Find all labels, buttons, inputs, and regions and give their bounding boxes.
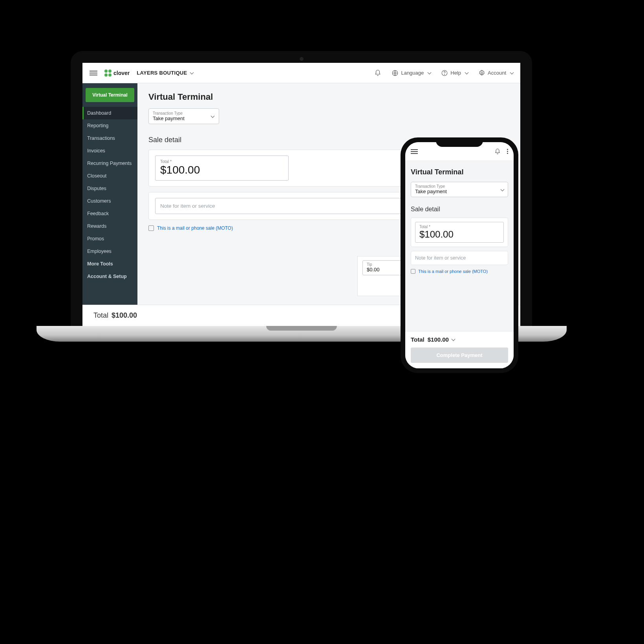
total-card: Total * $100.00 xyxy=(148,150,412,187)
sidebar: Virtual Terminal Dashboard Reporting Tra… xyxy=(82,83,137,305)
mobile-txn-type-label: Transaction Type xyxy=(415,184,496,188)
account-menu[interactable]: Account xyxy=(478,70,513,77)
sidebar-item-account-setup[interactable]: Account & Setup xyxy=(82,270,137,283)
phone-frame: Virtual Terminal Transaction Type Take p… xyxy=(401,137,518,373)
footer-total-value: $100.00 xyxy=(112,311,137,320)
help-menu[interactable]: Help xyxy=(441,70,468,77)
mobile-total-row[interactable]: Total $100.00 xyxy=(411,336,508,343)
menu-icon[interactable] xyxy=(411,149,418,154)
chevron-down-icon xyxy=(465,71,469,75)
sidebar-item-more-tools[interactable]: More Tools xyxy=(82,258,137,270)
mobile-app: Virtual Terminal Transaction Type Take p… xyxy=(405,142,514,368)
mobile-page-title: Virtual Terminal xyxy=(411,168,508,176)
chevron-down-icon xyxy=(428,71,432,75)
mobile-footer: Total $100.00 Complete Payment xyxy=(405,331,514,368)
note-card: Note for item or service xyxy=(148,192,412,220)
note-placeholder: Note for item or service xyxy=(160,199,400,213)
menu-icon[interactable] xyxy=(90,71,97,75)
brand[interactable]: clover xyxy=(104,70,130,77)
virtual-terminal-button[interactable]: Virtual Terminal xyxy=(86,88,134,102)
help-icon xyxy=(441,70,448,77)
mobile-moto-checkbox[interactable]: This is a mail or phone sale (MOTO) xyxy=(411,269,508,274)
total-field-label: Total * xyxy=(160,159,284,164)
mobile-total-label: Total * xyxy=(419,225,499,229)
mobile-moto-label: This is a mail or phone sale (MOTO) xyxy=(418,269,488,274)
brand-name: clover xyxy=(113,70,130,76)
gear-icon xyxy=(478,70,485,77)
chevron-down-icon xyxy=(510,71,514,75)
transaction-type-label: Transaction Type xyxy=(153,111,205,115)
bell-icon xyxy=(374,70,381,77)
footer-total-label: Total xyxy=(93,311,108,320)
mobile-body: Virtual Terminal Transaction Type Take p… xyxy=(405,161,514,331)
svg-point-2 xyxy=(445,74,445,75)
mobile-txn-type-value: Take payment xyxy=(415,188,496,194)
sidebar-item-promos[interactable]: Promos xyxy=(82,232,137,245)
total-input[interactable]: Total * $100.00 xyxy=(155,156,289,181)
sidebar-item-invoices[interactable]: Invoices xyxy=(82,145,137,157)
account-label: Account xyxy=(488,70,506,76)
mobile-topbar xyxy=(405,142,514,161)
chevron-down-icon xyxy=(501,187,505,191)
mobile-total-input[interactable]: Total * $100.00 xyxy=(415,222,504,243)
sidebar-item-reporting[interactable]: Reporting xyxy=(82,119,137,132)
help-label: Help xyxy=(450,70,461,76)
complete-payment-button[interactable]: Complete Payment xyxy=(411,348,508,363)
chevron-down-icon xyxy=(211,114,215,118)
sidebar-item-disputes[interactable]: Disputes xyxy=(82,182,137,195)
transaction-type-value: Take payment xyxy=(153,115,205,121)
notifications-button[interactable] xyxy=(374,70,381,77)
transaction-type-select[interactable]: Transaction Type Take payment xyxy=(148,108,219,124)
language-menu[interactable]: Language xyxy=(392,70,431,77)
globe-icon xyxy=(392,70,399,77)
note-input[interactable]: Note for item or service xyxy=(155,198,405,214)
topbar-right: Language Help Account xyxy=(374,70,513,77)
language-label: Language xyxy=(401,70,424,76)
sidebar-item-customers[interactable]: Customers xyxy=(82,195,137,207)
sidebar-item-feedback[interactable]: Feedback xyxy=(82,207,137,220)
svg-point-3 xyxy=(481,72,483,74)
checkbox-icon xyxy=(148,225,154,231)
mobile-total-card: Total * $100.00 xyxy=(411,218,508,247)
chevron-down-icon xyxy=(452,337,456,341)
sidebar-item-employees[interactable]: Employees xyxy=(82,245,137,258)
sidebar-item-rewards[interactable]: Rewards xyxy=(82,220,137,232)
total-field-value: $100.00 xyxy=(160,164,284,176)
store-switcher[interactable]: LAYERS BOUTIQUE xyxy=(137,70,193,76)
mobile-transaction-type-select[interactable]: Transaction Type Take payment xyxy=(411,182,508,197)
sidebar-item-closeout[interactable]: Closeout xyxy=(82,170,137,182)
store-name: LAYERS BOUTIQUE xyxy=(137,70,187,76)
clover-logo-icon xyxy=(104,70,112,77)
topbar: clover LAYERS BOUTIQUE Language xyxy=(82,63,520,83)
mobile-footer-total-label: Total xyxy=(411,336,424,343)
more-icon[interactable] xyxy=(507,149,508,154)
checkbox-icon xyxy=(411,269,415,274)
chevron-down-icon xyxy=(190,71,194,75)
sidebar-item-dashboard[interactable]: Dashboard xyxy=(82,107,137,119)
mobile-footer-total-value: $100.00 xyxy=(428,336,449,343)
moto-label: This is a mail or phone sale (MOTO) xyxy=(157,225,233,231)
camera-icon xyxy=(300,57,304,61)
bell-icon[interactable] xyxy=(494,148,501,155)
sidebar-item-recurring-payments[interactable]: Recurring Payments xyxy=(82,157,137,170)
mobile-sale-detail-heading: Sale detail xyxy=(411,206,508,213)
page-title: Virtual Terminal xyxy=(148,92,509,102)
mobile-total-value: $100.00 xyxy=(419,229,499,240)
sidebar-item-transactions[interactable]: Transactions xyxy=(82,132,137,145)
mobile-note-input[interactable]: Note for item or service xyxy=(411,251,508,265)
mobile-note-card: Note for item or service xyxy=(411,251,508,265)
